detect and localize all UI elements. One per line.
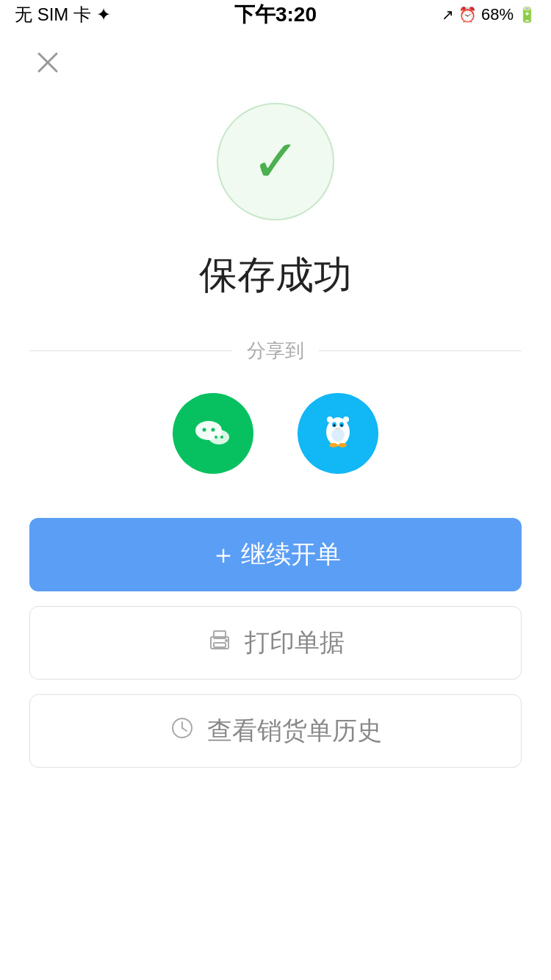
share-wechat-button[interactable] bbox=[173, 393, 253, 474]
share-icons-container bbox=[173, 393, 378, 474]
history-button[interactable]: 查看销货单历史 bbox=[29, 694, 522, 768]
svg-point-15 bbox=[331, 428, 345, 442]
continue-plus-icon: ＋ bbox=[210, 537, 237, 573]
svg-point-6 bbox=[215, 436, 217, 439]
print-label: 打印单据 bbox=[245, 626, 345, 660]
svg-rect-22 bbox=[214, 643, 226, 647]
print-button[interactable]: 打印单据 bbox=[29, 606, 522, 680]
svg-point-18 bbox=[327, 417, 333, 422]
divider-line-left bbox=[29, 350, 232, 351]
close-icon bbox=[36, 51, 60, 74]
print-icon bbox=[206, 627, 233, 659]
buttons-section: ＋ 继续开单 打印单据 bbox=[29, 518, 522, 768]
svg-line-26 bbox=[182, 728, 187, 731]
location-icon: ↗ bbox=[442, 6, 454, 24]
svg-point-7 bbox=[220, 436, 223, 439]
svg-point-23 bbox=[225, 639, 228, 642]
history-label: 查看销货单历史 bbox=[207, 714, 382, 748]
qq-icon bbox=[314, 410, 361, 457]
history-icon bbox=[169, 715, 195, 747]
battery-icon: 🔋 bbox=[518, 6, 536, 24]
main-content: ✓ 保存成功 分享到 bbox=[0, 29, 551, 980]
continue-label: 继续开单 bbox=[241, 538, 341, 572]
continue-button[interactable]: ＋ 继续开单 bbox=[29, 518, 522, 591]
checkmark-icon: ✓ bbox=[251, 132, 300, 191]
wechat-icon bbox=[190, 410, 237, 457]
svg-point-3 bbox=[209, 430, 229, 444]
share-divider: 分享到 bbox=[29, 338, 522, 364]
alarm-icon: ⏰ bbox=[458, 6, 477, 24]
status-time: 下午3:20 bbox=[234, 1, 317, 29]
no-sim-text: 无 SIM 卡 ✦ bbox=[15, 3, 111, 26]
svg-point-12 bbox=[334, 425, 336, 427]
svg-point-19 bbox=[343, 417, 349, 422]
svg-point-16 bbox=[329, 443, 338, 447]
status-left: 无 SIM 卡 ✦ bbox=[15, 3, 111, 26]
svg-point-5 bbox=[212, 428, 215, 432]
divider-line-right bbox=[319, 350, 522, 351]
close-button[interactable] bbox=[29, 44, 66, 81]
status-bar: 无 SIM 卡 ✦ 下午3:20 ↗ ⏰ 68% 🔋 bbox=[0, 0, 551, 29]
success-circle: ✓ bbox=[217, 103, 334, 220]
status-right: ↗ ⏰ 68% 🔋 bbox=[442, 5, 536, 24]
share-qq-button[interactable] bbox=[298, 393, 378, 474]
battery-text: 68% bbox=[481, 5, 514, 24]
success-title: 保存成功 bbox=[199, 250, 352, 301]
svg-point-17 bbox=[338, 443, 347, 447]
svg-point-13 bbox=[341, 425, 343, 427]
share-label: 分享到 bbox=[247, 338, 304, 364]
svg-point-4 bbox=[203, 428, 206, 432]
